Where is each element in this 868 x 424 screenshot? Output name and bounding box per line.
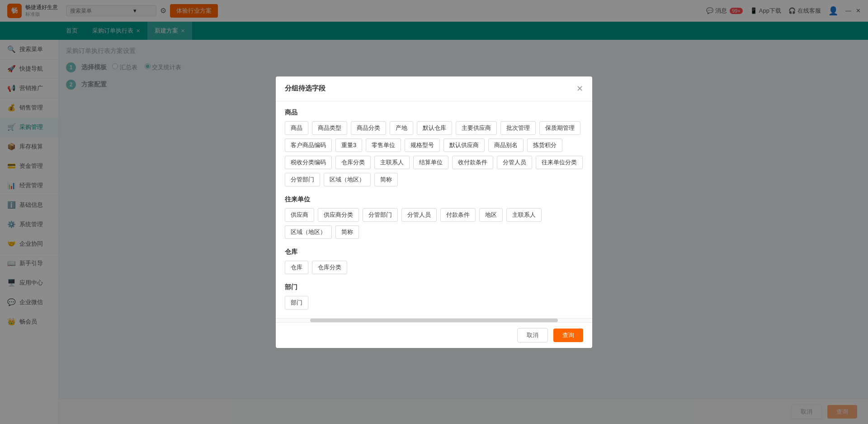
modal-body: 商品商品商品类型商品分类产地默认仓库主要供应商批次管理保质期管理客户商品编码重量…: [276, 101, 592, 318]
section-warehouse: 仓库仓库仓库分类: [285, 248, 583, 274]
field-tag[interactable]: 分管人员: [401, 208, 437, 222]
field-tag[interactable]: 商品类型: [312, 121, 347, 135]
field-tags-partner: 供应商供应商分类分管部门分管人员付款条件地区主联系人区域（地区）简称: [285, 208, 583, 239]
section-title-department: 部门: [285, 283, 583, 291]
field-tag[interactable]: 仓库分类: [312, 261, 347, 274]
field-tag[interactable]: 仓库分类: [335, 156, 371, 169]
modal-header: 分组待选字段 ✕: [276, 76, 592, 101]
field-tag[interactable]: 地区: [479, 208, 503, 222]
field-tag[interactable]: 税收分类编码: [285, 156, 332, 169]
field-tag[interactable]: 商品: [285, 121, 308, 135]
field-tag[interactable]: 默认仓库: [417, 121, 452, 135]
field-tag[interactable]: 简称: [335, 225, 359, 239]
field-tag[interactable]: 保质期管理: [539, 121, 580, 135]
field-tag[interactable]: 重量3: [335, 138, 362, 152]
field-tag[interactable]: 商品分类: [351, 121, 386, 135]
modal-footer: 取消 查询: [276, 322, 592, 348]
modal-cancel-btn[interactable]: 取消: [517, 328, 548, 343]
field-tags-warehouse: 仓库仓库分类: [285, 261, 583, 274]
field-tag[interactable]: 付款条件: [440, 208, 476, 222]
field-tag[interactable]: 主要供应商: [456, 121, 497, 135]
field-tag[interactable]: 分管人员: [497, 156, 532, 169]
section-partner: 往来单位供应商供应商分类分管部门分管人员付款条件地区主联系人区域（地区）简称: [285, 195, 583, 239]
section-title-goods: 商品: [285, 109, 583, 117]
field-tag[interactable]: 商品别名: [488, 138, 524, 152]
field-tag[interactable]: 规格型号: [405, 138, 440, 152]
field-tag[interactable]: 区域（地区）: [324, 173, 371, 186]
field-tag[interactable]: 零售单位: [366, 138, 401, 152]
field-tag[interactable]: 主联系人: [506, 208, 542, 222]
field-tag[interactable]: 产地: [390, 121, 413, 135]
modal-confirm-btn[interactable]: 查询: [553, 329, 583, 342]
field-tag[interactable]: 往来单位分类: [536, 156, 583, 169]
field-tag[interactable]: 部门: [285, 296, 308, 310]
field-tag[interactable]: 区域（地区）: [285, 225, 332, 239]
field-tag[interactable]: 供应商分类: [318, 208, 359, 222]
modal-close-btn[interactable]: ✕: [576, 84, 583, 94]
modal-hscroll[interactable]: [276, 318, 592, 322]
section-department: 部门部门: [285, 283, 583, 310]
field-tag[interactable]: 分管部门: [363, 208, 398, 222]
field-tag[interactable]: 默认供应商: [443, 138, 485, 152]
field-tags-goods: 商品商品类型商品分类产地默认仓库主要供应商批次管理保质期管理客户商品编码重量3零…: [285, 121, 583, 186]
section-title-warehouse: 仓库: [285, 248, 583, 256]
section-title-partner: 往来单位: [285, 195, 583, 204]
field-tags-department: 部门: [285, 296, 583, 310]
modal: 分组待选字段 ✕ 商品商品商品类型商品分类产地默认仓库主要供应商批次管理保质期管…: [276, 76, 592, 348]
field-tag[interactable]: 供应商: [285, 208, 314, 222]
field-tag[interactable]: 简称: [374, 173, 398, 186]
field-tag[interactable]: 批次管理: [500, 121, 536, 135]
field-tag[interactable]: 仓库: [285, 261, 308, 274]
modal-title: 分组待选字段: [285, 84, 326, 93]
field-tag[interactable]: 分管部门: [285, 173, 320, 186]
section-goods: 商品商品商品类型商品分类产地默认仓库主要供应商批次管理保质期管理客户商品编码重量…: [285, 109, 583, 186]
field-tag[interactable]: 客户商品编码: [285, 138, 332, 152]
field-tag[interactable]: 收付款条件: [452, 156, 493, 169]
modal-overlay: 分组待选字段 ✕ 商品商品商品类型商品分类产地默认仓库主要供应商批次管理保质期管…: [0, 0, 868, 424]
hscroll-bar: [310, 319, 557, 322]
field-tag[interactable]: 拣货积分: [527, 138, 562, 152]
field-tag[interactable]: 主联系人: [374, 156, 410, 169]
field-tag[interactable]: 结算单位: [413, 156, 448, 169]
